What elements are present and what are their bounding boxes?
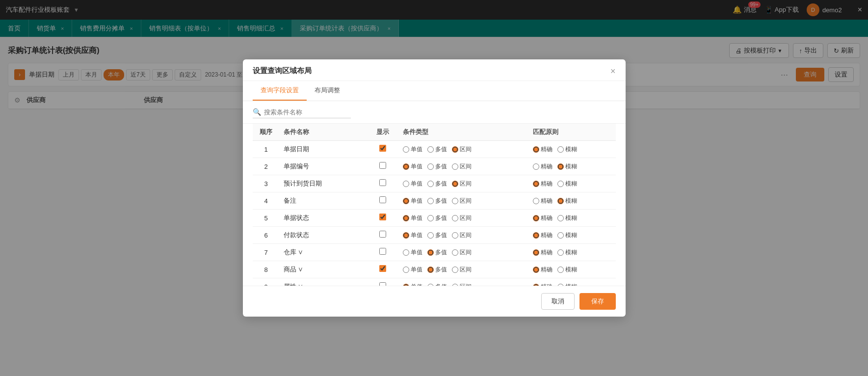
- cancel-button[interactable]: 取消: [541, 293, 575, 310]
- radio-match-精确[interactable]: 精确: [533, 214, 552, 222]
- row-display-checkbox[interactable]: [379, 196, 386, 203]
- radio-input-type[interactable]: [403, 181, 409, 187]
- radio-match-精确[interactable]: 精确: [533, 145, 552, 154]
- radio-type-多值[interactable]: 多值: [427, 214, 447, 222]
- radio-input-match[interactable]: [533, 267, 539, 273]
- radio-input-type[interactable]: [427, 249, 434, 256]
- radio-type-多值[interactable]: 多值: [427, 162, 447, 171]
- radio-type-区间[interactable]: 区间: [452, 214, 472, 222]
- dialog-close-button[interactable]: ×: [610, 67, 616, 76]
- dialog-tab-query-fields[interactable]: 查询字段设置: [253, 81, 307, 101]
- radio-type-单值[interactable]: 单值: [403, 266, 422, 274]
- row-display-checkbox[interactable]: [379, 162, 386, 169]
- radio-type-单值[interactable]: 单值: [403, 145, 422, 154]
- radio-input-type[interactable]: [403, 163, 409, 170]
- radio-input-type[interactable]: [427, 181, 434, 187]
- radio-input-match[interactable]: [557, 232, 564, 239]
- radio-type-多值[interactable]: 多值: [427, 145, 447, 154]
- radio-input-match[interactable]: [533, 232, 539, 239]
- radio-input-type[interactable]: [403, 267, 409, 273]
- row-display-checkbox[interactable]: [379, 145, 386, 152]
- radio-type-单值[interactable]: 单值: [403, 248, 422, 257]
- radio-type-区间[interactable]: 区间: [452, 248, 472, 257]
- row-display-checkbox[interactable]: [379, 214, 386, 220]
- radio-type-区间[interactable]: 区间: [452, 197, 472, 205]
- radio-input-type[interactable]: [403, 146, 409, 153]
- row-type-radio-group: 单值多值区间: [403, 145, 525, 154]
- radio-input-type[interactable]: [452, 181, 458, 187]
- radio-match-精确[interactable]: 精确: [533, 180, 552, 188]
- radio-input-type[interactable]: [452, 198, 458, 204]
- row-display-checkbox[interactable]: [379, 248, 386, 255]
- radio-type-单值[interactable]: 单值: [403, 197, 422, 205]
- radio-input-type[interactable]: [403, 232, 409, 239]
- radio-input-match[interactable]: [533, 215, 539, 221]
- radio-type-多值[interactable]: 多值: [427, 180, 447, 188]
- radio-type-区间[interactable]: 区间: [452, 162, 472, 171]
- radio-input-match[interactable]: [557, 215, 564, 221]
- radio-type-区间[interactable]: 区间: [452, 180, 472, 188]
- radio-input-match[interactable]: [533, 249, 539, 256]
- save-button[interactable]: 保存: [579, 293, 616, 310]
- radio-input-match[interactable]: [557, 198, 564, 204]
- radio-input-type[interactable]: [427, 146, 434, 153]
- row-display-checkbox[interactable]: [379, 282, 386, 286]
- radio-input-type[interactable]: [452, 267, 458, 273]
- radio-match-精确[interactable]: 精确: [533, 231, 552, 240]
- radio-type-区间[interactable]: 区间: [452, 266, 472, 274]
- radio-type-单值[interactable]: 单值: [403, 214, 422, 222]
- radio-type-多值[interactable]: 多值: [427, 266, 447, 274]
- radio-label-type: 多值: [435, 162, 447, 171]
- radio-type-单值[interactable]: 单值: [403, 162, 422, 171]
- radio-type-区间[interactable]: 区间: [452, 145, 472, 154]
- radio-input-type[interactable]: [403, 198, 409, 204]
- radio-match-模糊[interactable]: 模糊: [557, 266, 577, 274]
- radio-type-多值[interactable]: 多值: [427, 197, 447, 205]
- radio-type-多值[interactable]: 多值: [427, 248, 447, 257]
- radio-match-模糊[interactable]: 模糊: [557, 248, 577, 257]
- radio-input-type[interactable]: [427, 198, 434, 204]
- radio-input-match[interactable]: [557, 267, 564, 273]
- radio-input-match[interactable]: [557, 181, 564, 187]
- radio-match-精确[interactable]: 精确: [533, 197, 552, 205]
- radio-input-match[interactable]: [533, 181, 539, 187]
- radio-input-match[interactable]: [557, 249, 564, 256]
- radio-input-type[interactable]: [427, 163, 434, 170]
- row-display-checkbox[interactable]: [379, 265, 386, 272]
- radio-input-type[interactable]: [452, 163, 458, 170]
- radio-input-type[interactable]: [452, 146, 458, 153]
- radio-type-单值[interactable]: 单值: [403, 231, 422, 240]
- th-name: 条件名称: [280, 124, 367, 141]
- radio-match-模糊[interactable]: 模糊: [557, 214, 577, 222]
- radio-input-type[interactable]: [403, 215, 409, 221]
- radio-input-type[interactable]: [452, 249, 458, 256]
- radio-input-type[interactable]: [452, 215, 458, 221]
- radio-type-区间[interactable]: 区间: [452, 231, 472, 240]
- radio-input-type[interactable]: [427, 232, 434, 239]
- radio-input-type[interactable]: [403, 249, 409, 256]
- radio-type-多值[interactable]: 多值: [427, 231, 447, 240]
- radio-input-match[interactable]: [533, 163, 539, 170]
- dialog-tab-layout-adjust[interactable]: 布局调整: [307, 81, 348, 101]
- radio-match-模糊[interactable]: 模糊: [557, 231, 577, 240]
- radio-input-type[interactable]: [427, 215, 434, 221]
- search-input[interactable]: [261, 108, 351, 116]
- radio-type-单值[interactable]: 单值: [403, 180, 422, 188]
- radio-input-type[interactable]: [452, 232, 458, 239]
- radio-input-match[interactable]: [557, 146, 564, 153]
- radio-match-模糊[interactable]: 模糊: [557, 197, 577, 205]
- radio-match-模糊[interactable]: 模糊: [557, 145, 577, 154]
- row-display-checkbox[interactable]: [379, 231, 386, 238]
- row-display-checkbox[interactable]: [379, 179, 386, 186]
- radio-match-模糊[interactable]: 模糊: [557, 162, 577, 171]
- row-type-radio-group: 单值多值区间: [403, 197, 525, 205]
- radio-input-type[interactable]: [427, 267, 434, 273]
- radio-match-精确[interactable]: 精确: [533, 266, 552, 274]
- radio-match-精确[interactable]: 精确: [533, 248, 552, 257]
- radio-match-模糊[interactable]: 模糊: [557, 180, 577, 188]
- radio-match-精确[interactable]: 精确: [533, 162, 552, 171]
- radio-label-match: 精确: [541, 266, 552, 274]
- radio-input-match[interactable]: [533, 146, 539, 153]
- radio-input-match[interactable]: [533, 198, 539, 204]
- radio-input-match[interactable]: [557, 163, 564, 170]
